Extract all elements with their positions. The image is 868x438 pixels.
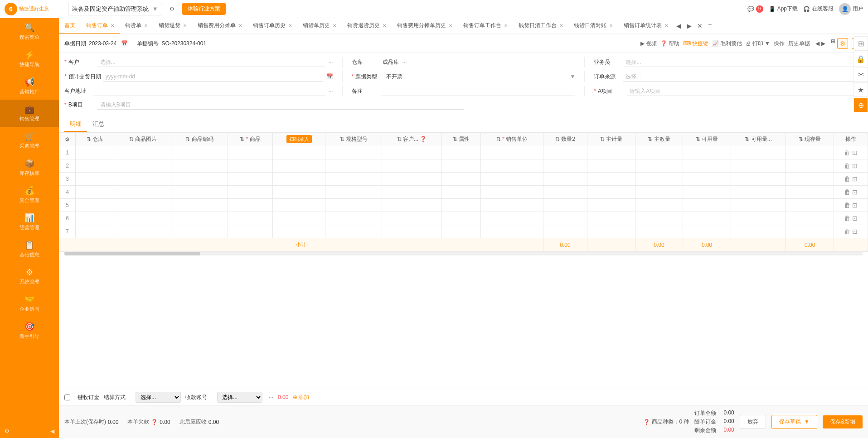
close-cashflow-daily-tab[interactable]: ✕ [559,23,563,28]
invoice-dropdown-icon[interactable]: ▼ [570,73,576,80]
row-product-6[interactable] [228,212,272,225]
sidebar-item-purchase[interactable]: 🛒 采购管理 [0,127,59,154]
row-sales-unit-6[interactable] [481,212,543,225]
row-delete-btn-2[interactable]: 🗑 [844,162,850,169]
row-code-1[interactable] [171,146,228,159]
row-warehouse-2[interactable] [76,159,115,173]
row-customer-code-3[interactable] [382,173,442,186]
row-sales-unit-5[interactable] [481,199,543,212]
row-main-unit-6[interactable] [587,212,635,225]
close-sales-refund-history-tab[interactable]: ✕ [383,23,386,28]
row-customer-code-1[interactable] [382,146,442,159]
row-image-7[interactable] [115,225,171,238]
save-draft-button[interactable]: 保存草稿 ▼ [771,415,817,429]
row-spec-1[interactable] [325,146,382,159]
row-available2-4[interactable] [731,186,786,199]
row-available-3[interactable] [683,173,731,186]
row-delete-btn-5[interactable]: 🗑 [844,202,850,209]
notification-item[interactable]: 💬 9 [747,5,763,13]
sidebar-item-search[interactable]: 🔍 搜索菜单 [0,18,59,45]
sidebar-item-marketing[interactable]: 📢 营销推广 [0,72,59,100]
settlement-select[interactable]: 选择... [136,392,181,403]
row-scan-5[interactable] [273,199,325,212]
row-qty2-3[interactable] [543,173,587,186]
staff-input[interactable] [623,58,863,67]
row-main-qty-7[interactable] [635,225,683,238]
row-main-qty-5[interactable] [635,199,683,212]
row-available-4[interactable] [683,186,731,199]
row-copy-btn-2[interactable]: ⊡ [852,162,858,169]
close-sales-order-work-tab[interactable]: ✕ [504,23,508,28]
row-attribute-2[interactable] [441,159,481,173]
tab-home[interactable]: 首页 [59,18,81,34]
tab-close-btn[interactable]: ✕ [694,18,705,34]
row-image-5[interactable] [115,199,171,212]
row-scan-2[interactable] [273,159,325,173]
row-available2-7[interactable] [731,225,786,238]
row-image-2[interactable] [115,159,171,173]
row-scan-1[interactable] [273,146,325,159]
row-spec-2[interactable] [325,159,382,173]
row-qty2-7[interactable] [543,225,587,238]
row-customer-code-6[interactable] [382,212,442,225]
sidebar-item-basic[interactable]: 📋 基础信息 [0,236,59,263]
row-sales-unit-4[interactable] [481,186,543,199]
tab-sales-return-history[interactable]: 销货单历史 ✕ [297,18,342,34]
row-qty2-1[interactable] [543,146,587,159]
receipt-dots[interactable]: ··· [269,394,273,400]
row-image-1[interactable] [115,146,171,159]
row-delete-btn-6[interactable]: 🗑 [844,215,850,222]
close-sales-return-history-tab[interactable]: ✕ [333,23,336,28]
row-main-qty-2[interactable] [635,159,683,173]
row-warehouse-3[interactable] [76,173,115,186]
note-input[interactable] [381,87,576,96]
row-code-3[interactable] [171,173,228,186]
add-btn[interactable]: ⊕ 添加 [293,394,309,401]
row-warehouse-4[interactable] [76,186,115,199]
row-copy-btn-3[interactable]: ⊡ [852,175,858,183]
tab-sales-order-work[interactable]: 销售订单工作台 ✕ [458,18,513,34]
quick-order-checkbox-label[interactable]: 一键收订金 [64,394,99,401]
date-calendar-icon[interactable]: 📅 [121,40,128,47]
row-stock-7[interactable] [786,225,834,238]
row-available2-6[interactable] [731,212,786,225]
row-qty2-6[interactable] [543,212,587,225]
tab-sales-stats[interactable]: 销售订单统计表 ✕ [618,18,674,34]
delivery-input[interactable] [103,72,323,82]
help-action[interactable]: ❓ 帮助 [660,40,679,48]
row-delete-btn-1[interactable]: 🗑 [844,149,850,156]
row-available-1[interactable] [683,146,731,159]
row-main-unit-4[interactable] [587,186,635,199]
close-sales-fee-tab[interactable]: ✕ [238,23,242,28]
close-sales-order-tab[interactable]: ✕ [111,23,114,28]
print-action[interactable]: 🖨 打印 ▼ [746,40,770,48]
row-customer-code-2[interactable] [382,159,442,173]
system-settings-icon[interactable]: ⚙ [166,3,179,15]
sidebar-item-finance[interactable]: 💰 资金管理 [0,181,59,208]
row-stock-6[interactable] [786,212,834,225]
close-sales-refund-tab[interactable]: ✕ [183,23,187,28]
row-image-4[interactable] [115,186,171,199]
next-record-btn[interactable]: ▶ [821,40,825,47]
row-code-4[interactable] [171,186,228,199]
system-name[interactable]: 装备及固定资产辅助管理系统 ▼ [68,3,162,15]
row-delete-btn-4[interactable]: 🗑 [844,188,850,196]
sidebar-settings-btn[interactable]: ⚙ [5,428,10,434]
row-sales-unit-1[interactable] [481,146,543,159]
row-qty2-5[interactable] [543,199,587,212]
row-attribute-3[interactable] [441,173,481,186]
row-spec-3[interactable] [325,173,382,186]
b-project-input[interactable] [97,100,464,110]
row-warehouse-5[interactable] [76,199,115,212]
grid-view-btn[interactable]: ⊞ [831,38,835,49]
row-customer-code-5[interactable] [382,199,442,212]
tab-sales-order[interactable]: 销售订单 ✕ [81,18,120,34]
receipt-select[interactable]: 选择... [217,392,262,403]
row-code-5[interactable] [171,199,228,212]
row-spec-4[interactable] [325,186,382,199]
sidebar-item-sales[interactable]: 💼 销售管理 [0,100,59,127]
row-product-7[interactable] [228,225,272,238]
row-sales-unit-2[interactable] [481,159,543,173]
th-scan[interactable]: 扫码录入 [273,133,325,146]
online-service-item[interactable]: 🎧 在线客服 [803,5,834,13]
